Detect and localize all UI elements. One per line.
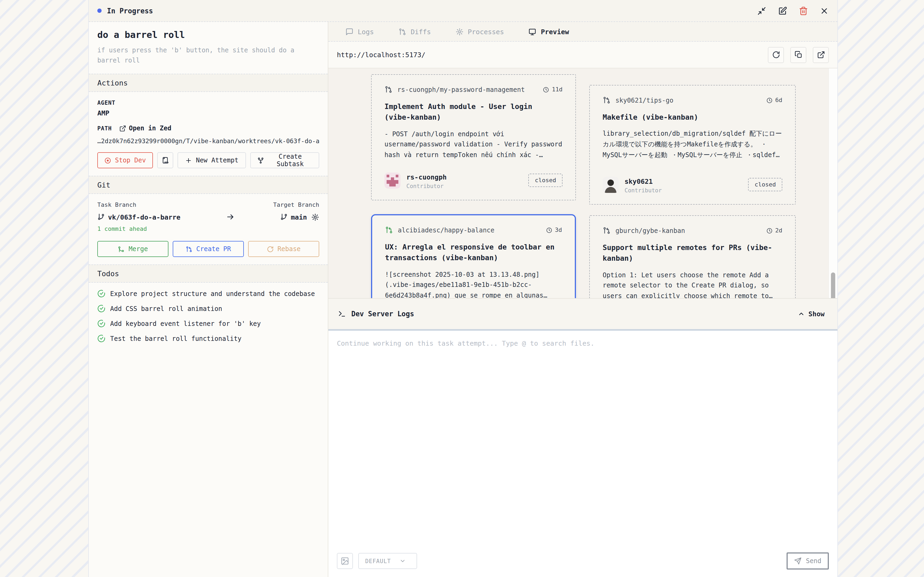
target-branch-settings-button[interactable] — [311, 213, 319, 221]
check-circle-icon — [97, 319, 105, 327]
worktree-path: …2dz0k7n62z93299r0000gn/T/vibe-kanban/wo… — [97, 137, 319, 145]
dev-server-logs-label: Dev Server Logs — [351, 309, 414, 318]
message-square-icon — [346, 27, 354, 35]
trash-icon — [799, 6, 808, 15]
status-badge: closed — [748, 178, 783, 191]
external-link-icon — [817, 51, 825, 59]
todo-item: Explore project structure and understand… — [97, 290, 319, 298]
attach-image-button[interactable] — [337, 553, 353, 569]
scrollbar-thumb[interactable] — [831, 272, 835, 298]
close-icon — [820, 6, 829, 15]
image-icon — [341, 557, 349, 565]
kanban-card[interactable]: gburch/gybe-kanban 2d Support multiple r… — [589, 215, 796, 298]
stop-circle-icon — [104, 157, 111, 164]
git-branch-icon — [280, 213, 288, 221]
desktop-background: In Progress do a barrel ro — [0, 0, 924, 577]
dev-logs-button[interactable] — [157, 152, 173, 168]
close-modal-button[interactable] — [820, 6, 829, 15]
target-branch-label: Target Branch — [273, 201, 319, 208]
gear-icon — [311, 213, 319, 221]
card-description: library_selection/db_migration/sqldef 配下… — [603, 129, 782, 161]
clock-icon — [766, 97, 773, 103]
refresh-icon — [267, 245, 274, 253]
kanban-card[interactable]: rs-cuongph/my-password-management 11d Im… — [371, 74, 576, 200]
clock-icon — [766, 227, 773, 234]
show-logs-toggle[interactable]: Show — [795, 309, 828, 318]
tab-diffs[interactable]: Diffs — [395, 27, 434, 36]
chevron-up-icon — [798, 310, 805, 317]
todo-item: Add keyboard event listener for 'b' key — [97, 320, 319, 327]
git-pull-request-icon — [603, 96, 611, 104]
git-branch-icon — [97, 213, 105, 221]
actions-section-header: Actions — [89, 74, 328, 92]
actions-section: AGENT AMP PATH Open in Zed …2dz0k7n62z93… — [89, 92, 328, 176]
card-title: Support multiple remotes for PRs (vibe-k… — [603, 242, 782, 264]
create-subtask-button[interactable]: Create Subtask — [250, 152, 319, 168]
agent-value: AMP — [97, 109, 319, 117]
new-attempt-button[interactable]: New Attempt — [178, 152, 246, 168]
check-circle-icon — [97, 290, 105, 298]
todo-item: Add CSS barrel roll animation — [97, 305, 319, 313]
git-pull-request-icon — [385, 226, 393, 234]
commits-ahead-label: 1 commit ahead — [97, 226, 319, 232]
tab-preview[interactable]: Preview — [525, 27, 572, 36]
status-badge: closed — [528, 174, 563, 187]
dev-server-logs-bar: Dev Server Logs Show — [328, 298, 837, 330]
tab-processes[interactable]: Processes — [452, 27, 507, 36]
edit-task-button[interactable] — [778, 6, 787, 15]
stop-dev-button[interactable]: Stop Dev — [97, 152, 153, 168]
tab-logs[interactable]: Logs — [342, 27, 377, 36]
task-details-modal: In Progress do a barrel ro — [88, 0, 838, 577]
path-label: PATH — [97, 125, 112, 131]
followup-input[interactable]: Continue working on this task attempt...… — [337, 339, 829, 371]
refresh-preview-button[interactable] — [768, 47, 784, 63]
card-repo: gburch/gybe-kanban — [615, 227, 685, 234]
copy-url-button[interactable] — [790, 47, 806, 63]
preview-url-bar: http://localhost:5173/ — [328, 42, 837, 68]
status-label: In Progress — [107, 7, 153, 15]
open-in-zed-link[interactable]: Open in Zed — [119, 124, 171, 132]
profile-select[interactable]: DEFAULT — [358, 553, 417, 569]
gear-icon — [456, 27, 464, 35]
git-pull-request-icon — [384, 85, 393, 93]
kanban-card[interactable]: sky0621/tips-go 6d Makefile (vibe-kanban… — [589, 85, 796, 205]
minimize-button[interactable] — [757, 6, 766, 15]
card-age: 2d — [775, 227, 783, 234]
card-age: 11d — [552, 86, 562, 93]
clock-icon — [543, 86, 549, 93]
avatar — [603, 177, 619, 193]
plus-icon — [185, 157, 192, 164]
preview-url[interactable]: http://localhost:5173/ — [337, 51, 425, 59]
clock-icon — [546, 227, 552, 233]
create-pr-button[interactable]: Create PR — [173, 241, 244, 257]
send-button[interactable]: Send — [787, 553, 829, 569]
preview-scrollbar[interactable] — [828, 68, 837, 298]
card-repo: rs-cuongph/my-password-management — [397, 86, 525, 93]
card-user-role: Contributor — [406, 183, 447, 189]
git-pull-request-icon — [398, 27, 406, 35]
copy-icon — [794, 51, 802, 59]
task-branch-label: Task Branch — [97, 201, 136, 208]
scroll-icon — [162, 156, 169, 164]
card-title: Makefile (vibe-kanban) — [603, 112, 782, 122]
delete-task-button[interactable] — [799, 6, 808, 15]
target-branch-value: main — [280, 213, 307, 221]
terminal-icon — [338, 309, 346, 318]
merge-button[interactable]: Merge — [97, 241, 168, 257]
monitor-icon — [528, 27, 536, 35]
card-age: 6d — [775, 97, 783, 104]
card-user-role: Contributor — [625, 187, 662, 193]
kanban-card-selected[interactable]: alcibiadesc/happy-balance 3d UX: Arregla… — [371, 214, 576, 298]
card-description: ![screenshot 2025-10-03 at 13.13.48.png]… — [385, 269, 562, 298]
todos-section-header: Todos — [89, 264, 328, 283]
agent-label: AGENT — [97, 99, 319, 106]
fork-icon — [257, 157, 265, 164]
rebase-button[interactable]: Rebase — [248, 241, 319, 257]
edit-icon — [778, 6, 787, 15]
card-repo: alcibiadesc/happy-balance — [398, 226, 494, 234]
card-description: Option 1: Let users choose the remote Ad… — [603, 270, 782, 298]
status-dot — [97, 8, 102, 13]
open-external-button[interactable] — [813, 47, 829, 63]
card-description: - POST /auth/login endpoint với username… — [384, 129, 562, 161]
minimize-icon — [757, 6, 766, 15]
